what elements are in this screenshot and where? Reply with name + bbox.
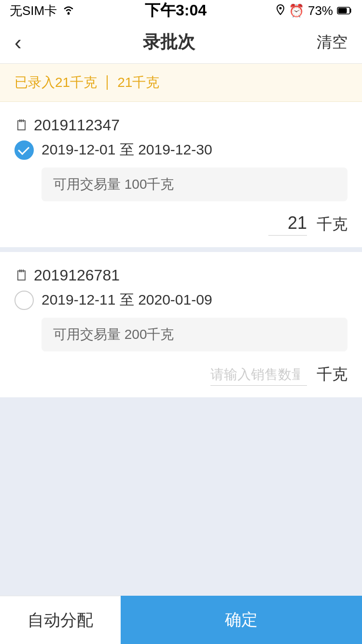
carrier-text: 无SIM卡: [10, 2, 57, 19]
batch-radio-2[interactable]: [14, 291, 34, 310]
empty-area: [0, 402, 362, 615]
batch-volume-bar-2: 可用交易量 200千克: [42, 318, 348, 351]
batch-radio-1[interactable]: [14, 140, 34, 160]
time-display: 下午3:04: [145, 0, 207, 21]
wifi-icon: [62, 3, 75, 18]
back-button[interactable]: ‹: [14, 32, 22, 53]
batch-icon-1: 🗒: [14, 117, 29, 134]
confirm-button[interactable]: 确定: [121, 596, 362, 644]
batch-volume-bar-1: 可用交易量 100千克: [42, 168, 348, 201]
clear-button[interactable]: 清空: [317, 32, 348, 53]
svg-rect-3: [338, 8, 347, 13]
svg-point-0: [68, 12, 70, 14]
card-divider-1: [0, 247, 362, 252]
batch-volume-2: 可用交易量 200千克: [53, 327, 174, 342]
battery-text: 73%: [308, 3, 333, 18]
recorded-amount: 已录入21千克: [14, 73, 97, 92]
batch-header-1: 🗒 2019112347: [14, 116, 348, 134]
svg-point-1: [279, 7, 281, 9]
status-bar: 无SIM卡 下午3:04 ⏰ 73%: [0, 0, 362, 21]
card-divider-2: [0, 397, 362, 402]
nav-bar: ‹ 录批次 清空: [0, 21, 362, 64]
batch-header-2: 🗒 2019126781: [14, 266, 348, 284]
quantity-value-1: 21: [268, 213, 307, 236]
quantity-row-1: 21 千克: [0, 201, 362, 236]
page-title: 录批次: [143, 30, 195, 54]
batch-date-row-2: 2019-12-11 至 2020-01-09: [14, 290, 348, 310]
batch-date-1: 2019-12-01 至 2019-12-30: [42, 140, 212, 160]
batch-volume-1: 可用交易量 100千克: [53, 177, 174, 192]
batch-card-1: 🗒 2019112347 2019-12-01 至 2019-12-30 可用交…: [0, 102, 362, 201]
batch-date-2: 2019-12-11 至 2020-01-09: [42, 290, 212, 310]
batch-date-row-1: 2019-12-01 至 2019-12-30: [14, 140, 348, 160]
batch-icon-2: 🗒: [14, 267, 29, 284]
batch-id-1: 2019112347: [34, 116, 120, 134]
status-left: 无SIM卡: [10, 2, 75, 19]
batch-id-2: 2019126781: [34, 266, 120, 284]
info-banner: 已录入21千克 21千克: [0, 64, 362, 102]
info-divider: [107, 75, 108, 90]
location-icon: [276, 3, 285, 18]
battery-icon: [337, 3, 352, 18]
total-amount: 21千克: [117, 73, 159, 92]
quantity-input-2[interactable]: [210, 363, 307, 386]
auto-distribute-button[interactable]: 自动分配: [0, 596, 121, 644]
quantity-unit-1: 千克: [317, 214, 348, 235]
status-right: ⏰ 73%: [276, 3, 352, 18]
bottom-bar: 自动分配 确定: [0, 596, 362, 644]
batch-card-2: 🗒 2019126781 2019-12-11 至 2020-01-09 可用交…: [0, 252, 362, 351]
alarm-icon: ⏰: [289, 3, 304, 18]
cards-container: 🗒 2019112347 2019-12-01 至 2019-12-30 可用交…: [0, 102, 362, 402]
quantity-unit-2: 千克: [317, 364, 348, 385]
quantity-row-2: 千克: [0, 351, 362, 386]
